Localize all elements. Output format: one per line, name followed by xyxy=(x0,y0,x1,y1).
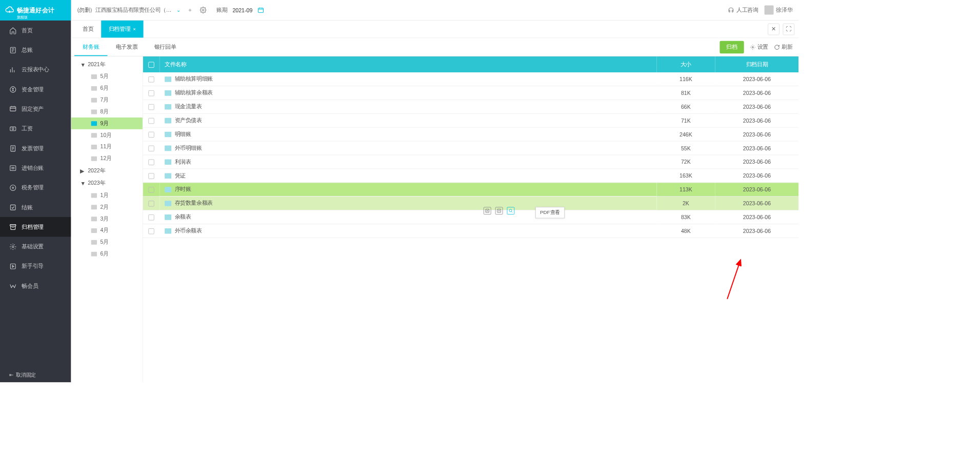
row-checkbox[interactable] xyxy=(143,72,160,86)
file-name: 序时账 xyxy=(175,186,191,193)
table-row[interactable]: 存货数量余额表PDF查看2K2023-06-06 xyxy=(143,197,799,210)
row-checkbox[interactable] xyxy=(143,169,160,183)
subtab-1[interactable]: 电子发票 xyxy=(107,40,146,56)
calendar-icon[interactable] xyxy=(257,7,264,13)
tree-month[interactable]: 8月 xyxy=(71,106,143,118)
svg-rect-13 xyxy=(258,8,264,13)
row-checkbox[interactable] xyxy=(143,100,160,113)
tree-month[interactable]: 1月 xyxy=(71,189,143,201)
row-checkbox[interactable] xyxy=(143,183,160,197)
row-checkbox[interactable] xyxy=(143,86,160,100)
table-row[interactable]: 外币明细账55K2023-06-06 xyxy=(143,141,799,155)
archive-button[interactable]: 归档 xyxy=(719,41,744,53)
tab-0[interactable]: 首页 xyxy=(75,21,102,37)
file-name: 外币明细账 xyxy=(175,144,202,152)
nav-item-close[interactable]: 结账 xyxy=(0,198,71,217)
folder-icon xyxy=(165,104,171,110)
table-row[interactable]: 利润表72K2023-06-06 xyxy=(143,155,799,169)
caret-icon: ▼ xyxy=(80,61,84,67)
table-row[interactable]: 辅助核算余额表81K2023-06-06 xyxy=(143,86,799,100)
archive-date: 2023-06-06 xyxy=(715,169,798,183)
company-settings-button[interactable] xyxy=(199,6,207,14)
nav-item-salary[interactable]: 工资 xyxy=(0,119,71,138)
tree-month[interactable]: 6月 xyxy=(71,83,143,94)
select-all-header[interactable] xyxy=(143,56,160,72)
row-checkbox[interactable] xyxy=(143,224,160,238)
folder-icon xyxy=(91,133,97,138)
table-row[interactable]: 辅助核算明细账116K2023-06-06 xyxy=(143,72,799,86)
tree-month[interactable]: 9月 xyxy=(71,118,143,129)
tree-month[interactable]: 7月 xyxy=(71,94,143,106)
home-icon xyxy=(9,27,17,34)
fullscreen-button[interactable]: ⛶ xyxy=(783,23,794,35)
company-dropdown-icon[interactable]: ⌄ xyxy=(176,7,181,13)
tree-month[interactable]: 5月 xyxy=(71,71,143,83)
tree-month[interactable]: 6月 xyxy=(71,248,143,260)
row-checkbox[interactable] xyxy=(143,141,160,155)
table-row[interactable]: 余额表83K2023-06-06 xyxy=(143,210,799,224)
archive-date: 2023-06-06 xyxy=(715,100,798,113)
close-icon xyxy=(9,203,17,211)
table-row[interactable]: 资产负债表71K2023-06-06 xyxy=(143,113,799,127)
user-menu[interactable]: 徐泽华 xyxy=(765,6,793,15)
nav-item-guide[interactable]: 新手引导 xyxy=(0,257,71,276)
archive-date: 2023-06-06 xyxy=(715,113,798,127)
add-company-button[interactable]: ＋ xyxy=(186,6,194,14)
table-row[interactable]: 序时账113K2023-06-06 xyxy=(143,183,799,197)
subtab-2[interactable]: 银行回单 xyxy=(146,40,184,56)
tree-month[interactable]: 11月 xyxy=(71,141,143,153)
folder-icon xyxy=(165,76,171,82)
nav-item-tax[interactable]: 税务管理 xyxy=(0,178,71,197)
table-row[interactable]: 外币余额表48K2023-06-06 xyxy=(143,224,799,238)
refresh-button[interactable]: 刷新 xyxy=(774,44,792,51)
nav-item-report[interactable]: 云报表中心 xyxy=(0,60,71,80)
nav-item-fund[interactable]: 资金管理 xyxy=(0,80,71,99)
row-checkbox[interactable] xyxy=(143,210,160,224)
report-icon xyxy=(9,66,17,73)
ledger-icon xyxy=(9,46,17,54)
year-month-tree: ▼2021年5月6月7月8月9月10月11月12月▶2022年▼2023年1月2… xyxy=(71,56,143,382)
nav-item-invoice[interactable]: 发票管理 xyxy=(0,139,71,158)
table-row[interactable]: 现金流量表66K2023-06-06 xyxy=(143,100,799,113)
archive-date: 2023-06-06 xyxy=(715,72,798,86)
tree-month[interactable]: 5月 xyxy=(71,236,143,248)
close-tab-button[interactable]: ✕ xyxy=(768,23,779,35)
col-size: 大小 xyxy=(656,56,715,72)
tab-close-icon[interactable]: × xyxy=(133,26,136,32)
tab-1[interactable]: 归档管理× xyxy=(101,21,143,37)
table-row[interactable]: 凭证163K2023-06-06 xyxy=(143,169,799,183)
tree-month[interactable]: 10月 xyxy=(71,129,143,141)
tree-month[interactable]: 2月 xyxy=(71,201,143,213)
nav-item-member[interactable]: 畅会员 xyxy=(0,276,71,296)
folder-icon xyxy=(165,214,171,220)
col-filename: 文件名称 xyxy=(159,56,656,72)
subtab-0[interactable]: 财务账 xyxy=(74,40,107,56)
tree-month[interactable]: 4月 xyxy=(71,225,143,237)
nav-item-ledger[interactable]: 总账 xyxy=(0,40,71,60)
settings-button[interactable]: 设置 xyxy=(750,44,768,51)
row-checkbox[interactable] xyxy=(143,155,160,169)
nav-item-asset[interactable]: 固定资产 xyxy=(0,99,71,119)
tree-month[interactable]: 12月 xyxy=(71,152,143,164)
cancel-pin[interactable]: ⇤ 取消固定 xyxy=(0,367,71,382)
tree-year[interactable]: ▶2022年 xyxy=(71,164,143,177)
file-size: 116K xyxy=(656,72,715,86)
period-value[interactable]: 2021-09 xyxy=(232,7,252,13)
nav-item-settings[interactable]: 基础设置 xyxy=(0,237,71,256)
support-link[interactable]: 人工咨询 xyxy=(728,6,758,14)
tree-year[interactable]: ▼2023年 xyxy=(71,177,143,189)
nav-item-inout[interactable]: 进销台账 xyxy=(0,158,71,178)
row-checkbox[interactable] xyxy=(143,127,160,141)
svg-rect-2 xyxy=(10,106,16,111)
row-checkbox[interactable] xyxy=(143,197,160,210)
archive-icon xyxy=(9,223,17,231)
nav-item-home[interactable]: 首页 xyxy=(0,21,71,40)
table-row[interactable]: 明细账246K2023-06-06 xyxy=(143,127,799,141)
row-checkbox[interactable] xyxy=(143,113,160,127)
pin-icon: ⇤ xyxy=(9,372,13,378)
nav-item-archive[interactable]: 归档管理 xyxy=(0,217,71,237)
tree-month[interactable]: 3月 xyxy=(71,213,143,225)
company-name[interactable]: (勿删）江西服宝精品有限责任公司（… xyxy=(77,6,172,14)
sidebar: 畅捷通好会计 旗舰版 首页总账云报表中心资金管理固定资产工资发票管理进销台账税务… xyxy=(0,0,71,382)
tree-year[interactable]: ▼2021年 xyxy=(71,58,143,70)
